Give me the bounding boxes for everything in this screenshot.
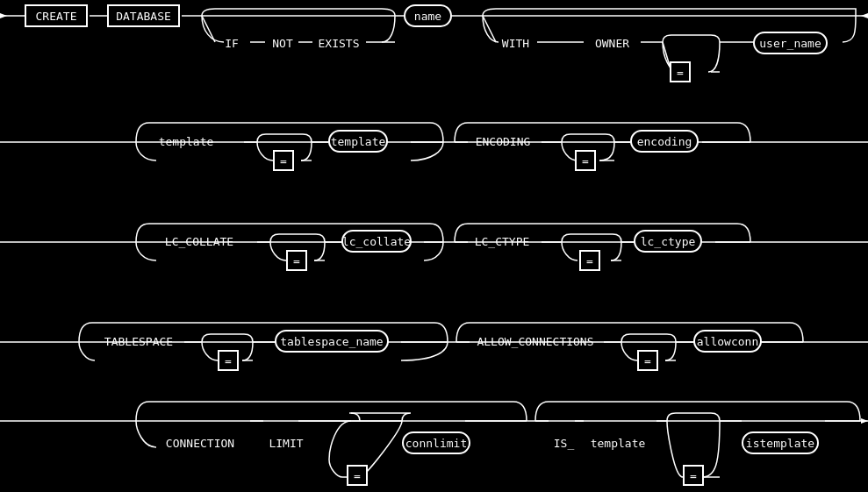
svg-marker-47 [861, 418, 868, 424]
istemplate-node: istemplate [742, 431, 819, 454]
eq-connlimit: = [347, 465, 368, 486]
tablespace-name-node: tablespace_name [275, 330, 389, 353]
lc-ctype-keyword: LC_CTYPE [468, 230, 536, 253]
encoding-node: encoding [630, 130, 699, 153]
is-keyword: IS_ [549, 431, 579, 454]
if-keyword: IF [215, 32, 248, 54]
eq-owner: = [670, 61, 691, 82]
user-name-node: user_name [753, 32, 828, 54]
eq-istemplate: = [683, 465, 704, 486]
not-keyword: NOT [265, 32, 300, 54]
allowconn-node: allowconn [693, 330, 762, 353]
eq-lc-collate: = [286, 250, 307, 271]
with-keyword: WITH [496, 32, 535, 54]
lc-ctype-node: lc_ctype [634, 230, 702, 253]
name-node: name [404, 4, 452, 27]
connection-keyword: CONNECTION [156, 431, 244, 454]
database-keyword: DATABASE [107, 4, 180, 27]
eq-encoding: = [575, 150, 596, 171]
lc-collate-node: lc_collate [341, 230, 412, 253]
eq-tablespace: = [218, 350, 239, 371]
create-keyword: CREATE [25, 4, 88, 27]
svg-marker-5 [861, 13, 868, 18]
encoding-keyword: ENCODING [468, 130, 538, 153]
template-kw3: template [584, 431, 652, 454]
template-kw2: template [328, 130, 388, 153]
owner-keyword: OWNER [584, 32, 641, 54]
limit-keyword: LIMIT [263, 431, 309, 454]
template-kw1: template [156, 130, 216, 153]
allow-connections-keyword: ALLOW_CONNECTIONS [470, 330, 601, 353]
eq-allowconn: = [637, 350, 658, 371]
lc-collate-keyword: LC_COLLATE [156, 230, 242, 253]
svg-marker-4 [0, 13, 7, 18]
eq-lc-ctype: = [579, 250, 600, 271]
connlimit-node: connlimit [402, 431, 470, 454]
tablespace-keyword: TABLESPACE [95, 330, 183, 353]
eq-template: = [273, 150, 294, 171]
exists-keyword: EXISTS [312, 32, 365, 54]
